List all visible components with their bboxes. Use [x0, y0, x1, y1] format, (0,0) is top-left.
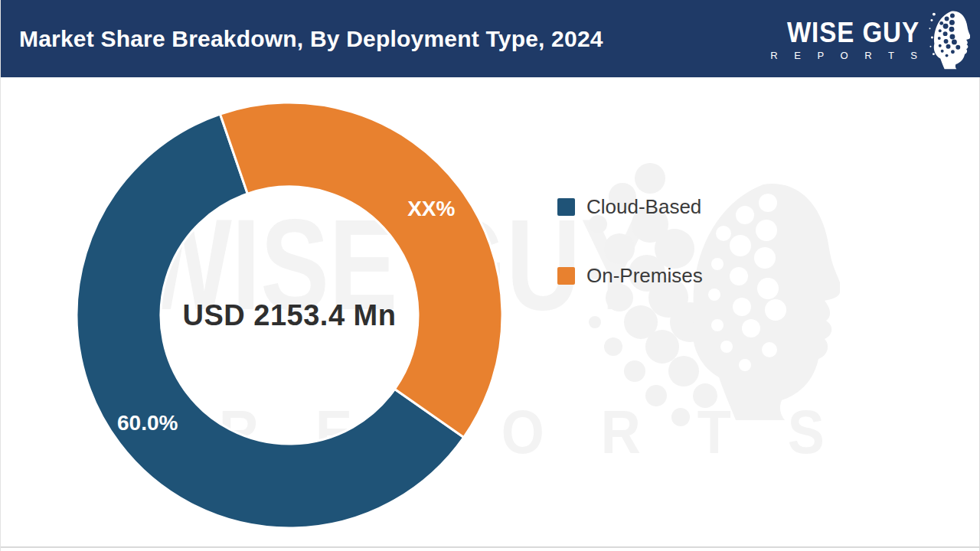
chart-legend: Cloud-Based On-Premises	[557, 197, 703, 335]
infographic-page: Market Share Breakdown, By Deployment Ty…	[0, 0, 980, 551]
legend-swatch-on-premises	[557, 267, 575, 285]
bottom-divider	[1, 546, 980, 548]
slice-label-cloud-based: 60.0%	[117, 411, 178, 435]
legend-label-on-premises: On-Premises	[575, 264, 703, 288]
donut-chart: 60.0%XX%	[1, 0, 980, 551]
chart-center-value: USD 2153.4 Mn	[183, 299, 397, 332]
legend-item-cloud-based: Cloud-Based	[557, 197, 703, 216]
legend-label-cloud-based: Cloud-Based	[575, 195, 701, 219]
legend-item-on-premises: On-Premises	[557, 266, 703, 285]
slice-label-on-premises: XX%	[407, 197, 455, 220]
donut-slice-on-premises	[220, 103, 503, 438]
legend-swatch-cloud-based	[557, 198, 575, 216]
